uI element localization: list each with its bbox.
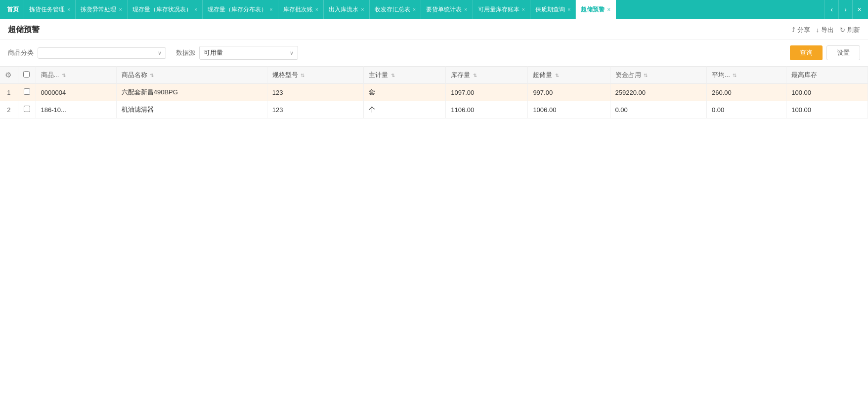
table-container: ⚙ 商品... ⇅ 商品名称 ⇅ 规格型号 ⇅ bbox=[0, 66, 868, 118]
row-max-stock: 100.00 bbox=[786, 84, 868, 101]
filter-actions: 查询 设置 bbox=[790, 45, 860, 60]
filter-bar: 商品分类 ∨ 数据源 可用量 ∨ 查询 设置 bbox=[0, 40, 868, 66]
row-checkbox-cell[interactable] bbox=[18, 101, 36, 118]
th-product-code-label: 商品... bbox=[41, 71, 59, 79]
row-stock: 1097.00 bbox=[446, 84, 528, 101]
row-spec: 123 bbox=[267, 84, 363, 101]
row-num: 1 bbox=[0, 84, 18, 101]
datasource-value: 可用量 bbox=[204, 48, 223, 57]
nav-tab-collect-summary[interactable]: 收发存汇总表× bbox=[370, 0, 421, 19]
nav-tab-task-mgmt[interactable]: 拣货任务管理× bbox=[24, 0, 76, 19]
query-button[interactable]: 查询 bbox=[790, 45, 823, 60]
close-tab-task-mgmt-icon[interactable]: × bbox=[67, 6, 70, 12]
refresh-button[interactable]: ↻ 刷新 bbox=[840, 26, 860, 35]
th-checkbox[interactable] bbox=[18, 67, 36, 84]
page-header: 超储预警 ⤴ 分享 ↓ 导出 ↻ 刷新 bbox=[0, 19, 868, 40]
th-spec[interactable]: 规格型号 ⇅ bbox=[267, 67, 363, 84]
row-unit: 个 bbox=[364, 101, 446, 118]
row-checkbox-cell[interactable] bbox=[18, 84, 36, 101]
page-title: 超储预警 bbox=[8, 25, 40, 35]
datasource-chevron-icon: ∨ bbox=[290, 50, 294, 56]
row-checkbox[interactable] bbox=[24, 88, 30, 95]
sort-product-code-icon: ⇅ bbox=[62, 73, 66, 78]
th-max-stock[interactable]: 最高库存 bbox=[786, 67, 868, 84]
close-tab-abnormal-icon[interactable]: × bbox=[119, 6, 122, 12]
share-icon: ⤴ bbox=[792, 26, 795, 34]
th-capital-label: 资金占用 bbox=[615, 71, 641, 79]
datasource-select[interactable]: 可用量 ∨ bbox=[199, 46, 298, 60]
select-all-checkbox[interactable] bbox=[23, 71, 30, 78]
share-label: 分享 bbox=[797, 26, 810, 35]
row-avg: 0.00 bbox=[706, 101, 786, 118]
export-icon: ↓ bbox=[816, 26, 820, 34]
nav-tab-available-ledger[interactable]: 可用量库存账本× bbox=[473, 0, 530, 19]
close-tab-order-stats-icon[interactable]: × bbox=[464, 6, 467, 12]
th-avg[interactable]: 平均... ⇅ bbox=[706, 67, 786, 84]
nav-next-button[interactable]: › bbox=[838, 0, 852, 19]
page-actions: ⤴ 分享 ↓ 导出 ↻ 刷新 bbox=[792, 26, 861, 35]
settings-button[interactable]: 设置 bbox=[826, 45, 860, 60]
nav-tab-batch[interactable]: 库存批次账× bbox=[278, 0, 324, 19]
sort-product-name-icon: ⇅ bbox=[150, 73, 154, 78]
row-product-code: 0000004 bbox=[36, 84, 116, 101]
th-gear[interactable]: ⚙ bbox=[0, 67, 18, 84]
th-overstock[interactable]: 超储量 ⇅ bbox=[528, 67, 610, 84]
th-unit[interactable]: 主计量 ⇅ bbox=[364, 67, 446, 84]
nav-tab-inventory-dist[interactable]: 现存量（库存分布表）× bbox=[203, 0, 278, 19]
sort-overstock-icon: ⇅ bbox=[555, 73, 559, 78]
nav-tab-order-stats[interactable]: 要货单统计表× bbox=[421, 0, 473, 19]
row-overstock: 1006.00 bbox=[528, 101, 610, 118]
sort-avg-icon: ⇅ bbox=[733, 73, 737, 78]
row-max-stock: 100.00 bbox=[786, 101, 868, 118]
nav-tab-home[interactable]: 首页 bbox=[2, 0, 24, 19]
th-capital[interactable]: 资金占用 ⇅ bbox=[610, 67, 706, 84]
export-label: 导出 bbox=[821, 26, 834, 35]
close-tab-overstock-warn-icon[interactable]: × bbox=[607, 6, 610, 12]
nav-tab-inventory-status[interactable]: 现存量（库存状况表）× bbox=[128, 0, 203, 19]
sort-capital-icon: ⇅ bbox=[644, 73, 648, 78]
share-button[interactable]: ⤴ 分享 bbox=[792, 26, 810, 35]
close-tab-inventory-dist-icon[interactable]: × bbox=[269, 6, 272, 12]
close-tab-collect-summary-icon[interactable]: × bbox=[413, 6, 416, 12]
th-max-stock-label: 最高库存 bbox=[791, 71, 817, 79]
nav-prev-button[interactable]: ‹ bbox=[825, 0, 838, 19]
close-tab-quality-check-icon[interactable]: × bbox=[567, 6, 570, 12]
th-product-code[interactable]: 商品... ⇅ bbox=[36, 67, 116, 84]
th-overstock-label: 超储量 bbox=[533, 71, 552, 79]
row-product-code: 186-10... bbox=[36, 101, 116, 118]
table-row: 2 186-10... 机油滤清器 123 个 1106.00 1006.00 … bbox=[0, 101, 868, 118]
row-spec: 123 bbox=[267, 101, 363, 118]
th-unit-label: 主计量 bbox=[369, 71, 388, 79]
nav-close-button[interactable]: × bbox=[852, 0, 866, 19]
page-container: 超储预警 ⤴ 分享 ↓ 导出 ↻ 刷新 商品分类 ∨ 数据源 bbox=[0, 19, 868, 395]
th-stock[interactable]: 库存量 ⇅ bbox=[446, 67, 528, 84]
nav-tab-abnormal[interactable]: 拣货异常处理× bbox=[76, 0, 127, 19]
nav-tab-quality-check[interactable]: 保质期查询× bbox=[530, 0, 576, 19]
row-overstock: 997.00 bbox=[528, 84, 610, 101]
export-button[interactable]: ↓ 导出 bbox=[816, 26, 834, 35]
table-settings-icon[interactable]: ⚙ bbox=[5, 71, 11, 79]
row-checkbox[interactable] bbox=[24, 106, 30, 112]
datasource-label: 数据源 bbox=[176, 48, 195, 57]
th-stock-label: 库存量 bbox=[451, 71, 470, 79]
row-product-name: 机油滤清器 bbox=[116, 101, 267, 118]
row-avg: 260.00 bbox=[706, 84, 786, 101]
row-unit: 套 bbox=[364, 84, 446, 101]
nav-tab-overstock-warn[interactable]: 超储预警× bbox=[576, 0, 615, 19]
close-tab-batch-icon[interactable]: × bbox=[315, 6, 318, 12]
nav-tab-inout-flow[interactable]: 出入库流水× bbox=[324, 0, 369, 19]
close-tab-inventory-status-icon[interactable]: × bbox=[194, 6, 197, 12]
sort-stock-icon: ⇅ bbox=[473, 73, 477, 78]
top-navigation: 首页拣货任务管理×拣货异常处理×现存量（库存状况表）×现存量（库存分布表）×库存… bbox=[0, 0, 868, 19]
nav-arrows: ‹ › × bbox=[825, 0, 866, 19]
table-header-row: ⚙ 商品... ⇅ 商品名称 ⇅ 规格型号 ⇅ bbox=[0, 67, 868, 84]
row-product-name: 六配套新昌490BPG bbox=[116, 84, 267, 101]
th-product-name[interactable]: 商品名称 ⇅ bbox=[116, 67, 267, 84]
close-tab-inout-flow-icon[interactable]: × bbox=[361, 6, 364, 12]
category-select[interactable]: ∨ bbox=[38, 47, 166, 59]
row-stock: 1106.00 bbox=[446, 101, 528, 118]
close-tab-available-ledger-icon[interactable]: × bbox=[522, 6, 525, 12]
sort-unit-icon: ⇅ bbox=[391, 73, 395, 78]
table-row: 1 0000004 六配套新昌490BPG 123 套 1097.00 997.… bbox=[0, 84, 868, 101]
row-capital: 259220.00 bbox=[610, 84, 706, 101]
